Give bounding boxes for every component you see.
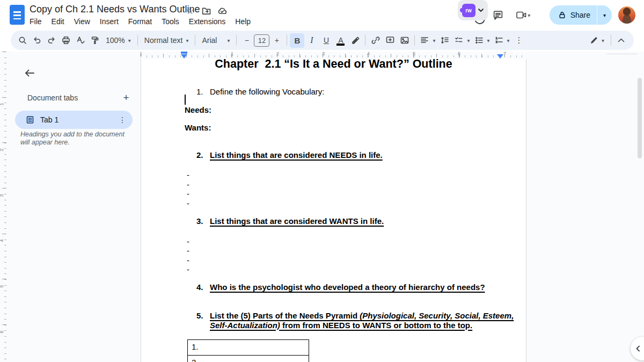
align-left-icon [420,35,429,45]
panel-title: Document tabs [27,93,78,102]
hruler-label: 1 [231,51,233,56]
left-indent-marker[interactable] [181,54,187,59]
list-item-2: 2.List things that are considered NEEDS … [196,150,383,160]
share-button-group: Share ▾ [550,5,612,25]
needs-label: Needs: [185,105,211,114]
share-dropdown-button[interactable]: ▾ [597,5,612,25]
comment-history-icon[interactable] [487,4,509,26]
answer-table: 1. 2. [187,339,309,362]
panel-divider [606,54,638,54]
more-options-icon[interactable]: ⋮ [512,33,526,48]
editing-mode-select[interactable]: ▾ [586,33,608,48]
toolbar-row: 100%▾ Normal text▾ Arial▾ − 12 + B I U A [0,30,644,52]
insert-image-icon[interactable] [397,33,412,48]
close-panel-button[interactable] [22,66,37,81]
italic-button[interactable]: I [304,33,319,48]
add-tab-button[interactable]: + [120,91,133,104]
tab-item-tab1[interactable]: Tab 1 ⋮ [15,111,133,129]
list-item-3: 3.List things that are considered WANTS … [196,216,384,226]
text-cursor [185,95,186,105]
bold-button[interactable]: B [290,33,304,48]
chevron-down-icon: ▾ [227,38,230,44]
account-avatar[interactable] [618,6,635,24]
move-folder-icon[interactable] [201,5,211,17]
vruler-label: 4 [0,239,4,242]
zoom-select[interactable]: 100%▾ [102,33,135,48]
menu-format[interactable]: Format [123,16,157,27]
docs-logo-icon[interactable] [10,5,25,25]
bulleted-list-select[interactable]: ▾ [472,33,492,48]
text-color-button[interactable]: A [333,33,348,48]
vertical-scrollbar[interactable] [638,78,642,158]
numbered-list-select[interactable]: ▾ [492,33,512,48]
doc-heading: Chapter 2.1 “Is It a Need or Want?” Outl… [141,59,526,71]
underline-button[interactable]: U [319,33,333,48]
tab-document-icon [26,115,34,124]
redo-icon[interactable] [44,33,58,48]
checklist-icon [454,35,464,45]
hide-menus-icon[interactable] [614,33,628,48]
table-cell[interactable]: 2. [188,356,309,362]
first-line-indent-marker[interactable] [181,52,187,54]
open-side-panel-button[interactable] [631,337,644,360]
table-cell[interactable]: 1. [188,340,309,356]
hruler-label: 2 [276,51,279,56]
share-button[interactable]: Share [550,5,597,25]
highlight-color-icon[interactable] [348,33,362,48]
line-spacing-icon[interactable] [437,33,452,48]
hruler-label: 4 [367,51,370,56]
search-menus-icon[interactable] [15,33,30,48]
insert-link-icon[interactable] [368,33,383,48]
extension-puzzle-icon: rw [462,4,475,17]
checklist-select[interactable]: ▾ [452,33,472,48]
print-icon[interactable] [58,33,73,48]
dash-bullet: - [187,189,189,198]
paragraph-style-select[interactable]: Normal text▾ [141,33,193,48]
dash-bullet: - [187,199,189,208]
menu-bar: File Edit View Insert Format Tools Exten… [25,16,255,27]
add-comment-icon[interactable] [383,33,397,48]
menu-insert[interactable]: Insert [95,16,123,27]
wants-label: Wants: [185,123,211,132]
video-call-caret-icon: ▾ [528,12,530,18]
tab-options-icon[interactable]: ⋮ [116,114,128,126]
font-size-input[interactable]: 12 [254,34,269,47]
document-page[interactable]: Chapter 2.1 “Is It a Need or Want?” Outl… [141,59,526,362]
vruler-label: 5 [0,285,4,287]
vertical-ruler[interactable]: 1 2 3 4 5 6 [0,52,7,362]
vruler-label: 2 [0,148,4,151]
dash-bullet: - [187,237,189,246]
list-item-5-line1: 5.List the (5) Parts of the Needs Pyrami… [196,311,514,320]
star-icon[interactable]: ☆ [185,5,195,17]
increase-font-size-button[interactable]: + [269,33,284,48]
menu-help[interactable]: Help [230,16,255,27]
list-item-1: 1.Define the following Vocabulary: [196,87,324,96]
dash-bullet: - [187,265,189,274]
spell-check-icon[interactable] [73,33,87,48]
menu-extensions[interactable]: Extensions [184,16,230,27]
google-docs-app: Copy of Ch 2.1 Needs vs Wants Outline ☆ … [0,0,644,362]
headings-hint-text: Headings you add to the document will ap… [20,131,133,147]
readwrite-extension-widget[interactable]: rw [458,0,488,20]
hruler-label: 5 [413,51,415,56]
cloud-status-icon[interactable] [217,5,228,17]
hruler-label: 7 [503,51,506,56]
editor-canvas: 1 2 3 4 5 6 Document tabs + Tab 1 ⋮ Head… [0,52,644,362]
paint-format-icon[interactable] [87,33,102,48]
font-select[interactable]: Arial▾ [198,33,233,48]
dash-bullet: - [187,170,189,179]
right-indent-marker[interactable] [497,54,503,59]
align-select[interactable]: ▾ [418,33,437,48]
undo-icon[interactable] [30,33,44,48]
video-call-button[interactable]: ▾ [509,4,538,26]
menu-view[interactable]: View [69,16,95,27]
menu-tools[interactable]: Tools [157,16,184,27]
menu-edit[interactable]: Edit [47,16,69,27]
share-label: Share [570,11,590,19]
dash-bullet: - [187,256,189,265]
document-title[interactable]: Copy of Ch 2.1 Needs vs Wants Outline [30,4,200,15]
menu-file[interactable]: File [25,16,47,27]
horizontal-ruler[interactable]: 1 1 2 3 4 5 6 7 [141,52,526,59]
decrease-font-size-button[interactable]: − [239,33,254,48]
vruler-label: 3 [0,194,4,197]
